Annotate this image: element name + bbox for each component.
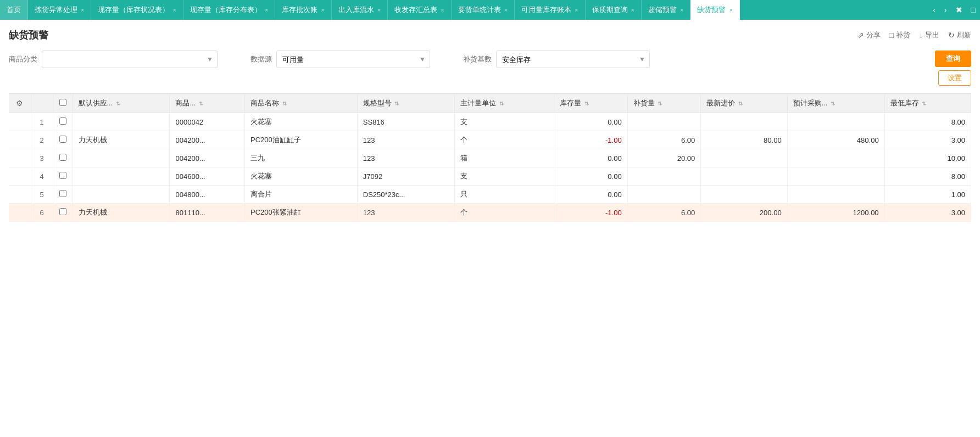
row-product-name: PC200油缸缸子 <box>245 131 358 149</box>
row-latest-price: 200.00 <box>701 204 787 222</box>
tab-home[interactable]: 首页 <box>0 0 28 20</box>
tab-exception[interactable]: 拣货异常处理 × <box>28 0 91 20</box>
row-select-checkbox[interactable] <box>59 117 66 125</box>
close-icon[interactable]: × <box>441 7 444 13</box>
close-icon[interactable]: × <box>321 7 324 13</box>
close-icon[interactable]: × <box>377 7 381 13</box>
sort-icon[interactable]: ⇅ <box>922 100 926 107</box>
export-icon: ↓ <box>919 31 923 40</box>
tab-overstock[interactable]: 超储预警 × <box>642 0 691 20</box>
col-label: 主计量单位 <box>460 99 496 107</box>
sort-icon[interactable]: ⇅ <box>658 100 662 107</box>
tab-label: 首页 <box>7 5 21 15</box>
row-stock: 0.00 <box>554 167 627 186</box>
close-icon[interactable]: × <box>81 7 84 13</box>
tab-inventory-dist[interactable]: 现存量（库存分布表） × <box>183 0 275 20</box>
row-est-purchase <box>787 149 884 167</box>
close-icon[interactable]: × <box>680 7 683 13</box>
row-num: 1 <box>31 113 53 131</box>
tab-receive-summary[interactable]: 收发存汇总表 × <box>388 0 451 20</box>
tab-order-stats[interactable]: 要货单统计表 × <box>452 0 515 20</box>
row-product-name: 火花塞 <box>245 167 358 186</box>
sort-icon[interactable]: ⇅ <box>738 100 743 107</box>
main-content: 缺货预警 ⇗ 分享 □ 补货 ↓ 导出 ↻ 刷新 商品分 <box>0 20 980 437</box>
settings-button[interactable]: 设置 <box>938 70 971 86</box>
tab-more[interactable]: ✖ <box>951 5 967 14</box>
row-unit: 只 <box>455 186 554 204</box>
select-all-checkbox[interactable] <box>59 99 66 106</box>
tab-label: 拣货异常处理 <box>35 5 77 15</box>
replenish-button[interactable]: □ 补货 <box>889 30 910 40</box>
tab-expiry[interactable]: 保质期查询 × <box>586 0 642 20</box>
datasource-select-wrapper: 可用量 ▼ <box>276 51 430 68</box>
row-checkbox[interactable] <box>53 204 73 222</box>
table-row: 2 力天机械 004200... PC200油缸缸子 123 个 -1.00 6… <box>9 131 971 149</box>
query-button[interactable]: 查询 <box>935 51 971 67</box>
sort-icon[interactable]: ⇅ <box>499 100 504 107</box>
row-min-stock: 8.00 <box>884 113 971 131</box>
row-settings <box>9 204 31 222</box>
row-select-checkbox[interactable] <box>59 190 66 197</box>
row-est-purchase <box>787 113 884 131</box>
row-select-checkbox[interactable] <box>59 208 66 215</box>
refresh-button[interactable]: ↻ 刷新 <box>948 30 971 40</box>
close-icon[interactable]: × <box>631 7 634 13</box>
row-checkbox[interactable] <box>53 113 73 131</box>
row-select-checkbox[interactable] <box>59 172 66 179</box>
row-min-stock: 10.00 <box>884 149 971 167</box>
row-stock: 0.00 <box>554 186 627 204</box>
row-latest-price: 80.00 <box>701 131 787 149</box>
col-checkbox-header <box>53 94 73 113</box>
share-button[interactable]: ⇗ 分享 <box>858 30 881 40</box>
tab-scroll-left[interactable]: ‹ <box>928 5 940 14</box>
tab-inventory-status[interactable]: 现存量（库存状况表） × <box>91 0 183 20</box>
close-icon[interactable]: × <box>265 7 268 13</box>
col-settings: ⚙ <box>9 94 31 113</box>
sort-icon[interactable]: ⇅ <box>282 100 287 107</box>
tab-available-ledger[interactable]: 可用量库存账本 × <box>515 0 585 20</box>
export-button[interactable]: ↓ 导出 <box>919 30 939 40</box>
row-checkbox[interactable] <box>53 131 73 149</box>
row-default-supplier <box>73 167 170 186</box>
row-select-checkbox[interactable] <box>59 136 66 143</box>
gear-icon[interactable]: ⚙ <box>16 99 23 108</box>
category-select[interactable] <box>42 51 218 68</box>
refresh-label: 刷新 <box>957 30 971 40</box>
col-label: 最新进价 <box>706 99 735 107</box>
close-icon[interactable]: × <box>729 7 732 13</box>
tab-shortage[interactable]: 缺货预警 × <box>691 0 739 20</box>
filter-actions: 查询 设置 <box>935 51 971 86</box>
row-settings <box>9 167 31 186</box>
close-icon[interactable]: × <box>504 7 508 13</box>
tab-scroll-right[interactable]: › <box>940 5 951 14</box>
row-checkbox[interactable] <box>53 186 73 204</box>
replenish-basis-filter: 补货基数 安全库存 ▼ <box>463 51 650 68</box>
sort-icon[interactable]: ⇅ <box>394 100 399 107</box>
sort-icon[interactable]: ⇅ <box>116 100 120 107</box>
close-icon[interactable]: × <box>575 7 578 13</box>
sort-icon[interactable]: ⇅ <box>584 100 589 107</box>
row-checkbox[interactable] <box>53 149 73 167</box>
tab-batch-account[interactable]: 库存批次账 × <box>275 0 331 20</box>
datasource-select[interactable]: 可用量 <box>276 51 430 68</box>
row-spec: SS816 <box>357 113 454 131</box>
row-est-purchase <box>787 186 884 204</box>
row-select-checkbox[interactable] <box>59 154 66 161</box>
replenish-basis-select[interactable]: 安全库存 <box>496 51 650 68</box>
sort-icon[interactable]: ⇅ <box>831 100 835 107</box>
row-checkbox[interactable] <box>53 167 73 186</box>
tab-label: 收发存汇总表 <box>394 5 437 15</box>
tab-label: 缺货预警 <box>697 5 726 15</box>
col-product-code: 商品... ⇅ <box>170 94 245 113</box>
tab-label: 超储预警 <box>648 5 677 15</box>
table-row: 5 004800... 离合片 DS250*23c... 只 0.00 1.00 <box>9 186 971 204</box>
close-icon[interactable]: × <box>172 7 176 13</box>
tab-label: 现存量（库存分布表） <box>190 5 261 15</box>
row-unit: 个 <box>455 131 554 149</box>
tab-inout-flow[interactable]: 出入库流水 × <box>332 0 388 20</box>
row-product-code: 801110... <box>170 204 245 222</box>
col-label: 最低库存 <box>890 99 919 107</box>
sort-icon[interactable]: ⇅ <box>199 100 203 107</box>
row-num: 4 <box>31 167 53 186</box>
tab-fullscreen[interactable]: □ <box>967 5 980 14</box>
